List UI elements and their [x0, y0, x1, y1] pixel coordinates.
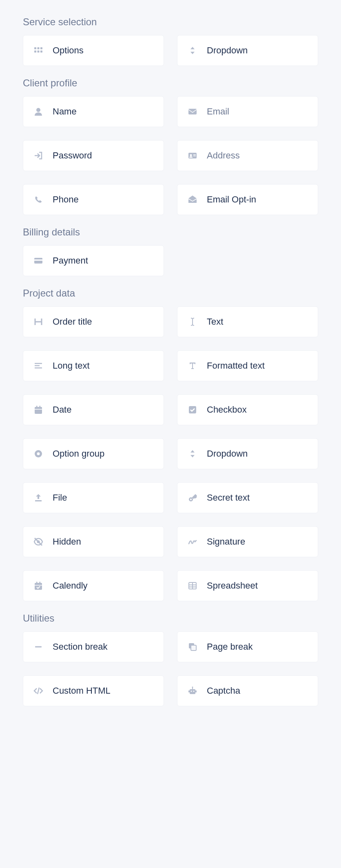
field-type-card[interactable]: Email Opt-in — [177, 184, 318, 215]
field-type-card[interactable]: Dropdown — [177, 438, 318, 469]
field-type-card[interactable]: Order title — [23, 306, 164, 337]
field-type-label: Email — [207, 106, 229, 117]
phone-icon — [33, 194, 44, 205]
field-type-card[interactable]: Text — [177, 306, 318, 337]
section-title: Project data — [23, 288, 318, 299]
login-icon — [33, 150, 44, 161]
field-type-card[interactable]: Long text — [23, 350, 164, 381]
field-type-label: Long text — [53, 360, 90, 371]
field-type-label: Order title — [53, 316, 92, 327]
field-type-label: Signature — [207, 536, 245, 547]
section: Billing detailsPayment — [23, 226, 318, 276]
eye-slash-icon — [33, 536, 44, 547]
section: UtilitiesSection breakPage breakCustom H… — [23, 613, 318, 706]
field-type-label: Calendly — [53, 580, 88, 591]
calendar-check-icon — [33, 580, 44, 591]
dot-circle-icon — [33, 448, 44, 459]
field-type-card[interactable]: Hidden — [23, 526, 164, 557]
envelope-open-icon — [187, 194, 198, 205]
align-left-icon — [33, 360, 44, 371]
field-type-label: Secret text — [207, 492, 250, 503]
field-type-label: Payment — [53, 255, 88, 266]
field-type-card[interactable]: Dropdown — [177, 35, 318, 66]
card-grid: Payment — [23, 245, 318, 276]
field-type-label: Captcha — [207, 686, 240, 696]
field-type-label: Hidden — [53, 536, 81, 547]
field-type-label: Custom HTML — [53, 686, 111, 696]
signature-icon — [187, 536, 198, 547]
table-icon — [187, 580, 198, 591]
field-type-label: Dropdown — [207, 45, 248, 56]
field-type-card[interactable]: Option group — [23, 438, 164, 469]
field-type-label: Option group — [53, 448, 104, 459]
code-icon — [33, 686, 44, 696]
field-type-card[interactable]: Calendly — [23, 570, 164, 601]
field-type-card[interactable]: Phone — [23, 184, 164, 215]
field-type-card[interactable]: Spreadsheet — [177, 570, 318, 601]
section-title: Service selection — [23, 16, 318, 28]
field-type-label: Email Opt-in — [207, 194, 256, 205]
calendar-icon — [33, 404, 44, 415]
grid-icon — [33, 45, 44, 56]
field-type-label: Name — [53, 106, 77, 117]
field-type-label: Options — [53, 45, 84, 56]
section: Service selectionOptionsDropdown — [23, 16, 318, 66]
sort-icon — [187, 448, 198, 459]
address-card-icon — [187, 150, 198, 161]
field-type-card[interactable]: Address — [177, 140, 318, 171]
section: Project dataOrder titleTextLong textForm… — [23, 288, 318, 601]
field-type-card[interactable]: Checkbox — [177, 394, 318, 425]
field-type-card[interactable]: Secret text — [177, 482, 318, 513]
check-square-icon — [187, 404, 198, 415]
field-type-label: Dropdown — [207, 448, 248, 459]
field-type-card[interactable]: Payment — [23, 245, 164, 276]
key-icon — [187, 492, 198, 503]
copy-icon — [187, 642, 198, 652]
card-grid: NameEmailPasswordAddressPhoneEmail Opt-i… — [23, 96, 318, 215]
section-title: Utilities — [23, 613, 318, 624]
field-type-label: File — [53, 492, 67, 503]
section-title: Billing details — [23, 226, 318, 238]
field-type-label: Date — [53, 404, 71, 415]
envelope-icon — [187, 106, 198, 117]
font-icon — [187, 360, 198, 371]
field-type-card[interactable]: Captcha — [177, 675, 318, 706]
text-cursor-icon — [187, 316, 198, 327]
field-type-card[interactable]: Signature — [177, 526, 318, 557]
field-type-label: Page break — [207, 642, 253, 652]
card-grid: OptionsDropdown — [23, 35, 318, 66]
upload-icon — [33, 492, 44, 503]
field-type-label: Formatted text — [207, 360, 265, 371]
field-type-card[interactable]: Name — [23, 96, 164, 127]
field-type-label: Spreadsheet — [207, 580, 258, 591]
field-type-card[interactable]: Formatted text — [177, 350, 318, 381]
field-type-label: Section break — [53, 642, 108, 652]
field-type-label: Address — [207, 150, 240, 161]
heading-icon — [33, 316, 44, 327]
section-title: Client profile — [23, 77, 318, 89]
robot-icon — [187, 686, 198, 696]
card-grid: Order titleTextLong textFormatted textDa… — [23, 306, 318, 601]
section: Client profileNameEmailPasswordAddressPh… — [23, 77, 318, 215]
sort-icon — [187, 45, 198, 56]
field-type-card[interactable]: Custom HTML — [23, 675, 164, 706]
user-icon — [33, 106, 44, 117]
field-type-label: Checkbox — [207, 404, 247, 415]
field-type-card[interactable]: Options — [23, 35, 164, 66]
field-type-card[interactable]: Password — [23, 140, 164, 171]
field-type-label: Phone — [53, 194, 79, 205]
field-type-card[interactable]: File — [23, 482, 164, 513]
credit-card-icon — [33, 255, 44, 266]
field-type-card[interactable]: Date — [23, 394, 164, 425]
field-type-label: Password — [53, 150, 92, 161]
card-grid: Section breakPage breakCustom HTMLCaptch… — [23, 631, 318, 706]
minus-icon — [33, 642, 44, 652]
field-type-card[interactable]: Page break — [177, 631, 318, 662]
field-type-label: Text — [207, 316, 223, 327]
field-type-card[interactable]: Section break — [23, 631, 164, 662]
field-type-card[interactable]: Email — [177, 96, 318, 127]
